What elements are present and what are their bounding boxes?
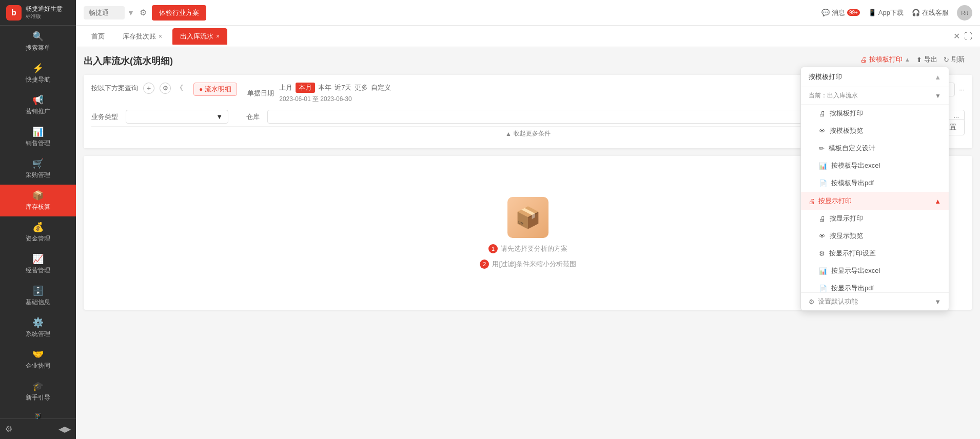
sidebar-item-icon-search: 🔍 xyxy=(32,31,44,42)
footer-settings-icon: ⚙ xyxy=(809,298,815,306)
sidebar-item-label-finance: 资金管理 xyxy=(26,234,50,243)
sidebar-item-icon-inventory: 📦 xyxy=(32,190,44,201)
tab-flow-label: 出入库流水 xyxy=(180,32,213,41)
sidebar-item-icon-base: 🗄️ xyxy=(32,285,44,296)
display-pdf-icon: 📄 xyxy=(819,285,827,292)
logo-title: 畅捷通好生意 xyxy=(26,5,63,13)
sidebar-item-base[interactable]: 🗄️基础信息 xyxy=(0,280,76,312)
current-label: 当前：出入库流水 xyxy=(809,91,858,100)
sidebar-item-label-inventory: 库存核算 xyxy=(26,203,50,211)
date-shortcut-thisyear[interactable]: 本年 xyxy=(318,83,331,92)
message-icon: 💬 xyxy=(821,9,830,16)
dropdown-item-template-design[interactable]: ✏ 模板自定义设计 xyxy=(801,139,949,157)
sidebar-item-label-guide: 新手引导 xyxy=(26,393,50,402)
filter-settings-btn[interactable]: ⚙ xyxy=(160,83,171,94)
business-type-select[interactable]: ▼ xyxy=(126,110,228,124)
refresh-btn[interactable]: ↻ 刷新 xyxy=(944,55,965,64)
sidebar-footer: ⚙ ◀▶ xyxy=(0,418,76,439)
export-btn[interactable]: ⬆ 导出 xyxy=(916,55,937,64)
sidebar-item-icon-finance: 💰 xyxy=(32,222,44,233)
dropdown-current: 当前：出入库流水 ▼ xyxy=(801,87,949,105)
online-service-label: 在线客服 xyxy=(922,8,949,17)
dropdown-footer[interactable]: ⚙ 设置默认功能 ▼ xyxy=(801,292,949,310)
dropdown-scrollable: 当前：出入库流水 ▼ 🖨 按模板打印 👁 按模板预览 ✏ 模板自定义设计 📊 按… xyxy=(801,87,949,292)
online-service-action[interactable]: 🎧 在线客服 xyxy=(912,8,949,17)
sidebar-item-label-marketing: 营销推广 xyxy=(26,107,50,116)
message-label: 消息 xyxy=(832,8,845,17)
sidebar-item-appcenter[interactable]: 📱应用中心 xyxy=(0,407,76,418)
display-print-section-title[interactable]: 🖨 按显示打印 ▲ xyxy=(801,192,949,210)
print-dropdown-panel: 按模板打印 ▲ 当前：出入库流水 ▼ 🖨 按模板打印 👁 按模板预览 ✏ 模板自… xyxy=(800,67,949,311)
collapse-sidebar-icon[interactable]: ◀▶ xyxy=(58,424,71,434)
filter-tag-icon: ● xyxy=(199,86,203,93)
dropdown-item-display-print[interactable]: 🖨 按显示打印 xyxy=(801,210,949,227)
industry-btn[interactable]: 体验行业方案 xyxy=(152,5,206,21)
sidebar-item-sales[interactable]: 📊销售管理 xyxy=(0,121,76,153)
bill-type-more-icon[interactable]: ··· xyxy=(959,86,965,93)
dropdown-item-template-print[interactable]: 🖨 按模板打印 xyxy=(801,105,949,122)
dropdown-item-display-preview[interactable]: 👁 按显示预览 xyxy=(801,227,949,245)
logo-icon: b xyxy=(6,5,22,21)
tab-batch[interactable]: 库存批次账 × xyxy=(115,28,170,45)
sidebar-item-label-system: 系统管理 xyxy=(26,330,50,338)
filter-active-tag[interactable]: ● 流水明细 xyxy=(193,83,237,96)
date-label: 单据日期 xyxy=(247,89,274,98)
filter-add-btn[interactable]: + xyxy=(143,83,154,94)
display-print-section: 🖨 按显示打印 ▲ 🖨 按显示打印 👁 按显示预览 ⚙ 按显示打印设置 📊 按显… xyxy=(801,192,949,292)
sidebar-item-guide[interactable]: 🎓新手引导 xyxy=(0,375,76,407)
settings-icon[interactable]: ⚙ xyxy=(5,424,12,434)
window-expand-icon[interactable]: ⛶ xyxy=(964,32,972,41)
dropdown-item-display-print-settings[interactable]: ⚙ 按显示打印设置 xyxy=(801,245,949,262)
sidebar-item-finance[interactable]: 💰资金管理 xyxy=(0,216,76,248)
message-action[interactable]: 💬 消息 99+ xyxy=(821,8,860,17)
sidebar-item-icon-operations: 📈 xyxy=(32,253,44,265)
dropdown-item-template-export-excel[interactable]: 📊 按模板导出excel xyxy=(801,157,949,174)
sidebar-item-label-search: 搜索菜单 xyxy=(26,44,50,52)
tab-flow[interactable]: 出入库流水 × xyxy=(172,28,227,45)
filter-collapse-icon[interactable]: 《 xyxy=(176,84,183,93)
date-shortcut-7days[interactable]: 近7天 xyxy=(335,83,351,92)
filter-title: 按以下方案查询 xyxy=(91,84,138,93)
date-filter: 上月 本月 本年 近7天 更多 自定义 2023-06-01 至 2023-06… xyxy=(279,83,391,104)
export-label: 导出 xyxy=(924,55,937,64)
collapse-label: 收起更多条件 xyxy=(514,129,551,138)
dropdown-item-display-export-excel[interactable]: 📊 按显示导出excel xyxy=(801,262,949,280)
sidebar-item-inventory[interactable]: 📦库存核算 xyxy=(0,185,76,216)
dropdown-item-template-preview[interactable]: 👁 按模板预览 xyxy=(801,122,949,139)
sidebar-item-icon-system: ⚙️ xyxy=(32,317,44,328)
current-chevron-icon: ▼ xyxy=(935,92,941,99)
print-icon: 🖨 xyxy=(819,110,826,117)
print-chevron-icon: ▲ xyxy=(905,56,910,63)
date-shortcut-lastmonth[interactable]: 上月 xyxy=(279,83,292,92)
sidebar-item-label-cooperation: 企业协同 xyxy=(26,362,50,370)
print-template-btn[interactable]: 🖨 按模板打印 ▲ xyxy=(860,55,910,64)
refresh-icon: ↻ xyxy=(944,56,949,64)
dropdown-title: 按模板打印 xyxy=(809,72,842,82)
date-shortcut-custom[interactable]: 自定义 xyxy=(371,83,391,92)
sidebar: b 畅捷通好生意 标准版 🔍搜索菜单⚡快捷导航📢营销推广📊销售管理🛒采购管理📦库… xyxy=(0,0,76,439)
pdf-icon: 📄 xyxy=(819,179,827,187)
sidebar-item-icon-sales: 📊 xyxy=(32,126,44,137)
dropdown-item-display-export-pdf[interactable]: 📄 按显示导出pdf xyxy=(801,280,949,292)
date-shortcut-more[interactable]: 更多 xyxy=(355,83,368,92)
business-type-dropdown-icon: ▼ xyxy=(216,113,223,121)
sidebar-item-search[interactable]: 🔍搜索菜单 xyxy=(0,26,76,57)
sidebar-item-quick-nav[interactable]: ⚡快捷导航 xyxy=(0,57,76,89)
sidebar-item-marketing[interactable]: 📢营销推广 xyxy=(0,89,76,121)
avatar[interactable]: Rit xyxy=(957,5,972,21)
dropdown-item-template-export-pdf[interactable]: 📄 按模板导出pdf xyxy=(801,174,949,192)
tab-home[interactable]: 首页 xyxy=(84,28,112,45)
sidebar-item-cooperation[interactable]: 🤝企业协同 xyxy=(0,344,76,375)
dropdown-up-icon[interactable]: ▲ xyxy=(934,73,941,81)
sidebar-item-purchase[interactable]: 🛒采购管理 xyxy=(0,153,76,185)
logo-sub: 标准版 xyxy=(26,13,63,20)
app-download-action[interactable]: 📱 App下载 xyxy=(868,8,904,17)
date-shortcut-thismonth[interactable]: 本月 xyxy=(296,83,315,93)
tab-batch-close[interactable]: × xyxy=(159,33,162,40)
window-close-icon[interactable]: ✕ xyxy=(953,31,960,41)
sidebar-item-system[interactable]: ⚙️系统管理 xyxy=(0,312,76,344)
sidebar-item-operations[interactable]: 📈经营管理 xyxy=(0,248,76,280)
tab-flow-close[interactable]: × xyxy=(216,33,220,40)
header-gear-icon[interactable]: ⚙ xyxy=(140,8,147,17)
display-preview-icon: 👁 xyxy=(819,232,826,240)
